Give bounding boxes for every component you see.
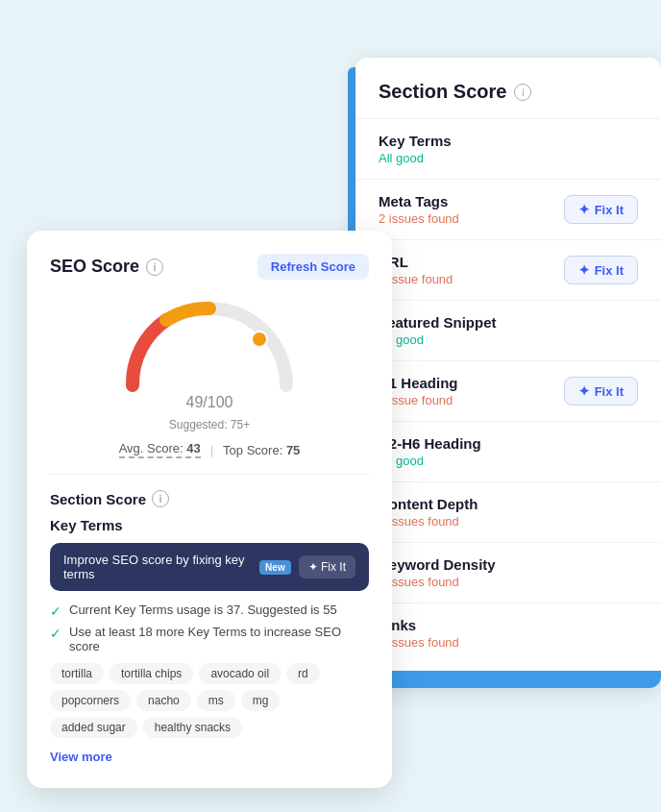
section-item-status-keyword-density: 2 issues found bbox=[379, 575, 496, 589]
section-item-meta-tags: Meta Tags2 issues found✦ Fix It bbox=[355, 179, 661, 239]
gauge-container: 49/100 Suggested: 75+ Avg. Score: 43 | T… bbox=[50, 289, 369, 458]
keyword-tag[interactable]: mg bbox=[241, 690, 281, 711]
keyword-tag[interactable]: healthy snacks bbox=[143, 717, 242, 738]
seo-score-title: SEO Score i bbox=[50, 257, 163, 277]
keyword-tag[interactable]: avocado oil bbox=[199, 663, 281, 684]
keyword-tag[interactable]: tortilla bbox=[50, 663, 104, 684]
keyword-tag[interactable]: ms bbox=[197, 690, 235, 711]
keyword-tag[interactable]: added sugar bbox=[50, 717, 137, 738]
new-badge: New bbox=[259, 560, 291, 575]
section-item-status-content-depth: 6 issues found bbox=[379, 514, 477, 529]
avg-score-label: Avg. Score: 43 bbox=[119, 441, 201, 458]
section-item-name-h2-h6-heading: H2-H6 Heading bbox=[379, 435, 481, 452]
fix-it-button-meta-tags[interactable]: ✦ Fix It bbox=[564, 195, 638, 224]
section-item-name-featured-snippet: Featured Snippet bbox=[379, 314, 497, 331]
check-icon: ✓ bbox=[50, 626, 61, 641]
section-score-title: Section Score bbox=[379, 81, 506, 103]
section-item-h2-h6-heading: H2-H6 HeadingAll good bbox=[355, 421, 661, 481]
fix-it-button-url[interactable]: ✦ Fix It bbox=[564, 256, 638, 284]
right-panel-bottom-bar bbox=[355, 671, 661, 688]
top-score-label: Top Score: 75 bbox=[223, 443, 300, 457]
section-item-status-meta-tags: 2 issues found bbox=[379, 211, 459, 226]
left-panel-header: SEO Score i Refresh Score bbox=[50, 254, 369, 280]
gauge-score-value: 49/100 bbox=[169, 376, 250, 416]
section-item-key-terms: Key TermsAll good bbox=[355, 118, 661, 179]
right-panel: Section Score i Key TermsAll goodMeta Ta… bbox=[355, 58, 661, 688]
keyword-tag[interactable]: rd bbox=[286, 663, 320, 684]
checklist-item: ✓Use at least 18 more Key Terms to incre… bbox=[50, 625, 369, 653]
section-item-name-meta-tags: Meta Tags bbox=[379, 193, 459, 209]
gauge-suggested: Suggested: 75+ bbox=[169, 418, 250, 431]
left-section-info-icon[interactable]: i bbox=[152, 490, 169, 507]
section-item-status-key-terms: All good bbox=[379, 151, 452, 165]
section-item-featured-snippet: Featured SnippetAll good bbox=[355, 300, 661, 360]
gauge-stats: Avg. Score: 43 | Top Score: 75 bbox=[119, 441, 301, 458]
key-terms-fix-it-button[interactable]: ✦ Fix It bbox=[299, 555, 355, 578]
section-item-url: URL1 issue found✦ Fix It bbox=[355, 239, 661, 300]
section-item-keyword-density: Keyword Density2 issues found bbox=[355, 542, 661, 603]
improve-banner-text: Improve SEO score by fixing key terms bbox=[63, 553, 252, 581]
section-score-list: Key TermsAll goodMeta Tags2 issues found… bbox=[355, 118, 661, 663]
key-terms-tags: tortillatortilla chipsavocado oilrdpopco… bbox=[50, 663, 369, 738]
left-section-score-title: Section Score i bbox=[50, 490, 369, 507]
section-item-links: Links2 issues found bbox=[355, 603, 661, 663]
right-panel-header: Section Score i bbox=[355, 81, 661, 118]
key-terms-checklist: ✓Current Key Terms usage is 37. Suggeste… bbox=[50, 603, 369, 653]
keyword-tag[interactable]: tortilla chips bbox=[110, 663, 193, 684]
keyword-tag[interactable]: popcorners bbox=[50, 690, 131, 711]
section-item-name-keyword-density: Keyword Density bbox=[379, 556, 496, 573]
seo-score-info-icon[interactable]: i bbox=[146, 258, 163, 276]
left-panel: SEO Score i Refresh Score 49/100 Suggest… bbox=[27, 231, 392, 788]
section-item-name-key-terms: Key Terms bbox=[379, 133, 452, 149]
section-item-status-featured-snippet: All good bbox=[379, 332, 497, 347]
section-item-h1-heading: H1 Heading1 issue found✦ Fix It bbox=[355, 360, 661, 421]
section-score-info-icon[interactable]: i bbox=[514, 84, 531, 101]
section-item-status-h2-h6-heading: All good bbox=[379, 454, 481, 468]
checklist-item: ✓Current Key Terms usage is 37. Suggeste… bbox=[50, 603, 369, 619]
check-icon: ✓ bbox=[50, 603, 61, 619]
section-item-content-depth: Content Depth6 issues found bbox=[355, 481, 661, 542]
view-more-link[interactable]: View more bbox=[50, 750, 112, 764]
left-key-terms-label: Key Terms bbox=[50, 517, 369, 533]
refresh-score-button[interactable]: Refresh Score bbox=[257, 254, 369, 280]
left-section-score: Section Score i Key Terms Improve SEO sc… bbox=[50, 474, 369, 765]
keyword-tag[interactable]: nacho bbox=[136, 690, 191, 711]
section-item-name-content-depth: Content Depth bbox=[379, 496, 477, 512]
fix-it-button-h1-heading[interactable]: ✦ Fix It bbox=[564, 377, 638, 406]
svg-point-0 bbox=[252, 332, 267, 347]
improve-banner: Improve SEO score by fixing key terms Ne… bbox=[50, 543, 369, 591]
